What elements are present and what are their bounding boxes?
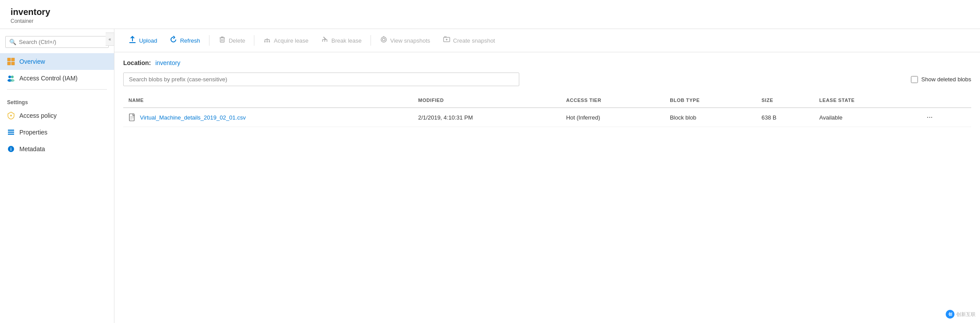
col-modified: MODIFIED xyxy=(413,93,561,108)
sidebar-item-overview[interactable]: Overview xyxy=(0,53,114,70)
blob-file-icon xyxy=(128,113,136,121)
upload-icon xyxy=(128,36,136,45)
sidebar-item-iam-label: Access Control (IAM) xyxy=(19,75,77,82)
blob-name-link[interactable]: Virtual_Machine_details_2019_02_01.csv xyxy=(128,113,407,121)
location-value: inventory xyxy=(155,59,180,66)
main-layout: 🔍 Overview xyxy=(0,29,980,323)
sidebar-item-access-policy-label: Access policy xyxy=(19,112,57,119)
page-title: inventory xyxy=(11,7,969,17)
svg-point-8 xyxy=(10,115,12,116)
watermark-text: 创新互联 xyxy=(956,311,976,318)
svg-rect-0 xyxy=(7,58,11,61)
overview-icon xyxy=(7,58,15,65)
svg-rect-29 xyxy=(129,114,134,121)
svg-point-19 xyxy=(269,41,270,43)
content-body: Location: inventory Show deleted blobs N… xyxy=(114,52,980,323)
row-more-button[interactable]: ··· xyxy=(923,113,936,122)
break-lease-icon xyxy=(321,36,329,45)
create-snapshot-icon xyxy=(443,36,451,45)
col-actions xyxy=(918,93,971,108)
sidebar-collapse-button[interactable]: « xyxy=(106,33,114,46)
cell-blob-type: Block blob xyxy=(664,108,756,127)
cell-size: 638 B xyxy=(756,108,814,127)
upload-label: Upload xyxy=(139,37,157,44)
table-header: NAME MODIFIED ACCESS TIER BLOB TYPE SIZE… xyxy=(123,93,971,108)
delete-icon xyxy=(218,36,226,45)
create-snapshot-label: Create snapshot xyxy=(453,37,495,44)
svg-point-7 xyxy=(10,79,15,82)
upload-button[interactable]: Upload xyxy=(123,33,162,48)
properties-icon xyxy=(7,128,15,136)
sidebar-item-properties[interactable]: Properties xyxy=(0,124,114,141)
acquire-lease-button[interactable]: Acquire lease xyxy=(258,33,314,48)
col-blob-type: BLOB TYPE xyxy=(664,93,756,108)
sidebar-search-input[interactable] xyxy=(19,39,105,45)
delete-button[interactable]: Delete xyxy=(213,33,251,48)
sidebar-divider xyxy=(7,89,107,90)
svg-rect-9 xyxy=(8,130,14,131)
col-access-tier: ACCESS TIER xyxy=(561,93,664,108)
blobs-tbody: Virtual_Machine_details_2019_02_01.csv 2… xyxy=(123,108,971,127)
cell-modified: 2/1/2019, 4:10:31 PM xyxy=(413,108,561,127)
search-row: Show deleted blobs xyxy=(123,73,971,86)
svg-rect-1 xyxy=(11,58,15,61)
toolbar-divider-1 xyxy=(209,35,209,46)
svg-point-20 xyxy=(267,41,268,43)
svg-text:i: i xyxy=(11,147,12,152)
show-deleted-container: Show deleted blobs xyxy=(911,76,971,83)
svg-rect-11 xyxy=(8,134,14,135)
delete-label: Delete xyxy=(229,37,246,44)
sidebar-item-overview-label: Overview xyxy=(19,58,45,65)
svg-rect-2 xyxy=(7,62,11,65)
blob-search-input[interactable] xyxy=(123,73,519,86)
svg-point-4 xyxy=(8,76,11,78)
cell-name[interactable]: Virtual_Machine_details_2019_02_01.csv xyxy=(123,108,413,127)
svg-point-23 xyxy=(382,38,385,41)
svg-point-5 xyxy=(11,76,14,78)
toolbar-divider-3 xyxy=(371,35,371,46)
sidebar-search-box[interactable]: 🔍 xyxy=(5,36,109,48)
sidebar-item-access-policy[interactable]: Access policy xyxy=(0,107,114,124)
content-area: Upload Refresh xyxy=(114,29,980,323)
break-lease-label: Break lease xyxy=(331,37,362,44)
sidebar-item-metadata-label: Metadata xyxy=(19,145,45,152)
col-size: SIZE xyxy=(756,93,814,108)
svg-rect-26 xyxy=(444,36,446,37)
view-snapshots-label: View snapshots xyxy=(390,37,430,44)
refresh-label: Refresh xyxy=(180,37,200,44)
sidebar-item-metadata[interactable]: i Metadata xyxy=(0,141,114,157)
sidebar-item-properties-label: Properties xyxy=(19,129,48,136)
view-snapshots-button[interactable]: View snapshots xyxy=(374,33,436,48)
cell-more[interactable]: ··· xyxy=(918,108,971,127)
svg-rect-15 xyxy=(220,38,224,42)
page-subtitle: Container xyxy=(11,18,969,24)
col-name: NAME xyxy=(123,93,413,108)
sidebar-item-iam[interactable]: Access Control (IAM) xyxy=(0,70,114,87)
break-lease-button[interactable]: Break lease xyxy=(316,33,367,48)
toolbar-divider-2 xyxy=(254,35,254,46)
watermark: 创 创新互联 xyxy=(946,310,976,319)
svg-point-22 xyxy=(381,37,386,42)
settings-section-title: Settings xyxy=(0,92,114,107)
access-policy-icon xyxy=(7,112,15,120)
show-deleted-label: Show deleted blobs xyxy=(921,76,971,83)
svg-point-18 xyxy=(264,41,266,43)
blob-name-text: Virtual_Machine_details_2019_02_01.csv xyxy=(140,114,246,121)
metadata-icon: i xyxy=(7,145,15,153)
svg-rect-10 xyxy=(8,132,14,133)
iam-icon xyxy=(7,74,15,82)
table-row: Virtual_Machine_details_2019_02_01.csv 2… xyxy=(123,108,971,127)
view-snapshots-icon xyxy=(380,36,388,45)
show-deleted-checkbox[interactable] xyxy=(911,76,918,83)
col-lease-state: LEASE STATE xyxy=(814,93,918,108)
watermark-logo: 创 xyxy=(946,310,954,319)
page-header: inventory Container xyxy=(0,0,980,29)
location-bar: Location: inventory xyxy=(123,59,971,66)
location-label: Location: xyxy=(123,59,151,66)
sidebar: 🔍 Overview xyxy=(0,29,114,323)
refresh-button[interactable]: Refresh xyxy=(164,33,206,48)
sidebar-search-icon: 🔍 xyxy=(9,39,16,45)
cell-lease-state: Available xyxy=(814,108,918,127)
create-snapshot-button[interactable]: Create snapshot xyxy=(437,33,500,48)
svg-rect-3 xyxy=(11,62,15,65)
